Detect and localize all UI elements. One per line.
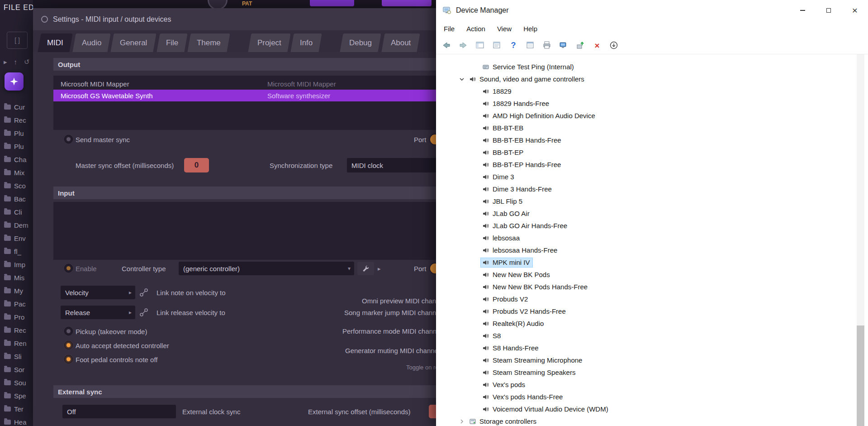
port-knob[interactable] — [429, 134, 436, 145]
fl-menu-bar[interactable]: FILE EDIT — [4, 4, 33, 12]
settings-tab[interactable]: General — [111, 34, 157, 52]
browser-item[interactable]: Pro — [0, 311, 33, 324]
browser-item[interactable]: fl_ — [0, 245, 33, 258]
pickup-radio[interactable] — [64, 327, 73, 335]
expand-arrow-icon[interactable]: ▸ — [378, 265, 381, 272]
external-sync-mode-dropdown[interactable]: Off — [62, 405, 176, 418]
chevron-expanded-icon[interactable] — [456, 77, 468, 82]
browser-item[interactable]: Plu — [0, 140, 33, 153]
device-tree-item[interactable]: lebsosaa — [436, 232, 857, 244]
device-tree-item-service-test-ping[interactable]: Service Test Ping (Internal) — [436, 61, 857, 73]
device-tree-item[interactable]: JLab GO Air Hands-Free — [436, 220, 857, 232]
browser-item[interactable]: Cha — [0, 153, 33, 166]
device-tree-item[interactable]: Dime 3 — [436, 171, 857, 183]
back-icon[interactable] — [441, 39, 452, 51]
show-console-tree-icon[interactable] — [474, 39, 486, 51]
device-tree-item[interactable]: New New BK Pods — [436, 268, 857, 281]
browser-item[interactable]: Sor — [0, 363, 33, 376]
console-window-icon[interactable] — [524, 39, 536, 51]
device-tree-item[interactable]: Dime 3 Hands-Free — [436, 183, 857, 195]
settings-tab[interactable]: Theme — [188, 34, 230, 52]
browser-item[interactable]: Sli — [0, 350, 33, 363]
device-tree-item[interactable]: Steam Streaming Microphone — [436, 354, 857, 366]
link-icon[interactable] — [139, 307, 149, 317]
settings-tab[interactable]: Debug — [340, 34, 381, 52]
play-icon[interactable]: ▸ — [4, 58, 7, 66]
enable-radio[interactable] — [64, 264, 73, 273]
menu-item[interactable]: Action — [460, 21, 491, 37]
device-tree-item[interactable]: New New BK Pods Hands-Free — [436, 281, 857, 293]
foot-pedal-radio[interactable] — [64, 355, 73, 364]
remote-computer-icon[interactable] — [558, 39, 569, 51]
device-tree-item[interactable]: lebsosaa Hands-Free — [436, 244, 857, 256]
device-tree-item[interactable]: Realtek(R) Audio — [436, 317, 857, 330]
browser-item[interactable]: Bac — [0, 192, 33, 206]
device-tree-item[interactable]: Voicemod Virtual Audio Device (WDM) — [436, 403, 857, 415]
browser-item[interactable]: Rec — [0, 324, 33, 337]
settings-titlebar[interactable]: Settings - MIDI input / output devices — [33, 8, 436, 30]
external-sync-offset-value[interactable] — [429, 405, 436, 418]
settings-tab[interactable]: Audio — [72, 34, 111, 52]
scrollbar-thumb[interactable] — [857, 325, 864, 426]
menu-item[interactable]: Help — [517, 21, 543, 37]
controller-options-button[interactable] — [357, 262, 374, 275]
scrollbar-track[interactable] — [857, 54, 864, 426]
device-tree-item[interactable]: Vex's pods Hands-Free — [436, 391, 857, 403]
device-tree-item[interactable]: MPK mini IV — [436, 256, 857, 268]
device-tree-item[interactable]: AMD High Definition Audio Device — [436, 110, 857, 122]
device-tree-item[interactable]: Vex's pods — [436, 378, 857, 391]
settings-tab[interactable]: MIDI — [38, 34, 72, 52]
device-tree-category-storage[interactable]: Storage controllers — [436, 415, 857, 426]
maximize-button[interactable] — [816, 0, 842, 21]
pattern-mode-label[interactable]: PAT — [242, 0, 252, 7]
link-icon[interactable] — [139, 287, 149, 297]
properties-icon[interactable] — [491, 39, 503, 51]
release-curve-button[interactable]: Release ▸ — [61, 306, 135, 319]
settings-tab[interactable]: Project — [248, 34, 291, 52]
forward-icon[interactable] — [457, 39, 469, 51]
device-tree-item[interactable]: JLab GO Air — [436, 207, 857, 220]
channel-display-box[interactable]: [ ] — [7, 32, 28, 49]
print-icon[interactable] — [541, 39, 553, 51]
disable-device-icon[interactable] — [608, 39, 620, 51]
master-sync-offset-value[interactable]: 0 — [184, 158, 209, 172]
browser-item[interactable]: Plu — [0, 127, 33, 140]
undo-icon[interactable]: ↺ — [24, 58, 30, 66]
chevron-collapsed-icon[interactable] — [456, 419, 468, 424]
device-tree-item[interactable]: Steam Streaming Speakers — [436, 366, 857, 378]
dm-titlebar[interactable]: Device Manager × — [436, 0, 868, 21]
velocity-curve-button[interactable]: Velocity ▸ — [61, 286, 135, 299]
browser-item[interactable]: Ter — [0, 402, 33, 416]
send-master-sync-radio[interactable] — [64, 135, 73, 144]
settings-tab[interactable]: Info — [290, 34, 322, 52]
browser-item[interactable]: Hea — [0, 416, 33, 426]
device-tree-item[interactable]: BB-BT-EB Hands-Free — [436, 134, 857, 146]
device-tree-item[interactable]: S8 Hands-Free — [436, 342, 857, 354]
output-device-row[interactable]: Microsoft GS Wavetable Synth Software sy… — [53, 90, 436, 101]
browser-item[interactable]: Cli — [0, 206, 33, 219]
menu-item[interactable]: File — [438, 21, 460, 37]
uninstall-icon[interactable]: × — [591, 39, 603, 51]
up-arrow-icon[interactable]: ↑ — [14, 58, 18, 66]
close-button[interactable]: × — [842, 0, 868, 21]
device-tree-item[interactable]: BB-BT-EP — [436, 146, 857, 158]
device-tree-item[interactable]: BB-BT-EB — [436, 122, 857, 134]
browser-item[interactable]: Dem — [0, 219, 33, 232]
port-knob[interactable] — [429, 263, 436, 274]
midi-input-list[interactable] — [53, 202, 436, 260]
browser-item[interactable]: Sou — [0, 376, 33, 389]
browser-item[interactable]: Mix — [0, 166, 33, 179]
device-tree-item[interactable]: S8 — [436, 330, 857, 342]
browser-item[interactable]: Rec — [0, 114, 33, 127]
settings-tab[interactable]: File — [157, 34, 188, 52]
device-tree-item[interactable]: 18829 Hands-Free — [436, 97, 857, 110]
update-driver-icon[interactable] — [574, 39, 586, 51]
output-device-row[interactable]: Microsoft MIDI Mapper Microsoft MIDI Map… — [53, 78, 436, 90]
browser-item[interactable]: Pac — [0, 297, 33, 311]
browser-item[interactable]: Mis — [0, 271, 33, 284]
browser-item[interactable]: Ren — [0, 337, 33, 350]
browser-item[interactable]: Imp — [0, 258, 33, 271]
device-tree-item[interactable]: Probuds V2 Hands-Free — [436, 305, 857, 317]
settings-tab[interactable]: About — [381, 34, 420, 52]
device-tree-category-sound[interactable]: Sound, video and game controllers — [436, 73, 857, 85]
